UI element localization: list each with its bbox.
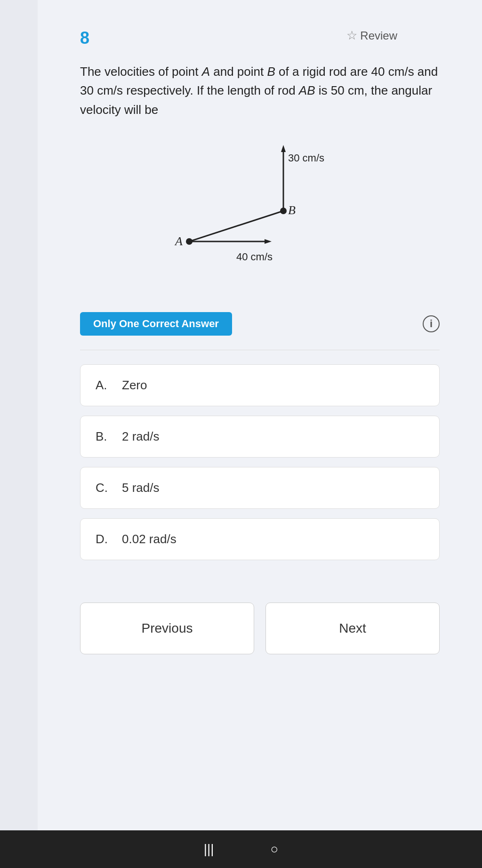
star-icon: ☆ [346,28,357,43]
answer-type-row: Only One Correct Answer i [80,312,440,336]
svg-text:A: A [174,234,183,248]
review-button[interactable]: ☆ Review [346,28,397,43]
home-button[interactable]: ○ [270,842,278,857]
option-d-text: 0.02 rad/s [122,532,177,547]
option-a[interactable]: A. Zero [80,364,440,406]
answer-type-badge: Only One Correct Answer [80,312,232,336]
previous-button[interactable]: Previous [80,603,254,654]
home-icon: ○ [270,842,278,856]
bottom-nav: Previous Next [38,588,482,668]
options-list: A. Zero B. 2 rad/s C. 5 rad/s D. 0.02 ra… [80,364,440,560]
svg-marker-9 [281,145,286,152]
svg-marker-3 [265,239,272,244]
question-text: The velocities of point A and point B of… [80,62,440,119]
option-b-label: B. [96,429,112,444]
info-icon[interactable]: i [423,315,440,332]
option-c-text: 5 rad/s [122,481,160,495]
svg-line-5 [189,211,283,241]
content-area: 8 ☆ Review The velocities of point A and… [38,0,482,588]
option-a-text: Zero [122,378,147,393]
option-c[interactable]: C. 5 rad/s [80,467,440,509]
option-d[interactable]: D. 0.02 rad/s [80,518,440,560]
svg-text:B: B [288,203,296,217]
option-b-text: 2 rad/s [122,429,160,444]
sidebar-left [0,0,38,830]
diagram-container: A 40 cm/s B 30 cm/s [80,133,440,293]
option-a-label: A. [96,378,112,393]
menu-icon: ||| [204,842,214,856]
info-symbol: i [430,318,433,330]
review-label: Review [360,29,397,42]
divider [80,350,440,350]
menu-button[interactable]: ||| [204,842,214,857]
svg-text:40 cm/s: 40 cm/s [236,251,273,263]
next-button[interactable]: Next [265,603,440,654]
option-d-label: D. [96,532,112,547]
option-c-label: C. [96,481,112,495]
phone-container: 8 ☆ Review The velocities of point A and… [0,0,482,868]
svg-text:30 cm/s: 30 cm/s [288,152,324,164]
system-bar: ||| ○ [0,830,482,868]
option-b[interactable]: B. 2 rad/s [80,416,440,458]
diagram-svg: A 40 cm/s B 30 cm/s [161,133,359,293]
